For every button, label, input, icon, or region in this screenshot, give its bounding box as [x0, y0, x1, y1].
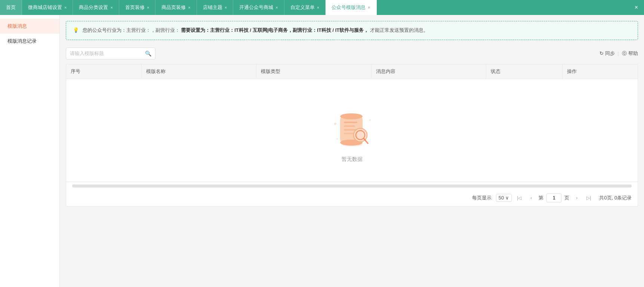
tab-label-open-mall: 开通公众号商城	[239, 4, 273, 11]
tab-label-product-decoration: 商品页装修	[161, 4, 186, 11]
empty-text: 暂无数据	[342, 156, 363, 163]
bulb-icon: 💡	[73, 27, 79, 33]
tab-close-shop-settings[interactable]: ×	[64, 5, 67, 10]
tab-label-category-settings: 商品分类设置	[79, 4, 108, 11]
help-label: 帮助	[628, 50, 638, 57]
toolbar-right: ↻ 同步 | ⓪ 帮助	[600, 50, 638, 57]
search-input[interactable]	[70, 51, 145, 56]
per-page-value: 50	[499, 195, 504, 201]
empty-state: 暂无数据	[71, 83, 633, 178]
tab-label-custom-menu: 自定义菜单	[290, 4, 315, 11]
svg-point-12	[369, 119, 371, 121]
svg-point-11	[334, 123, 336, 125]
total-text: 共0页, 0条记录	[599, 195, 632, 201]
tab-close-home-decoration[interactable]: ×	[147, 5, 149, 10]
table-header: 序号模版名称模版类型消息内容状态操作	[66, 64, 638, 79]
pagination-bar: 每页显示 50 ∨ |◁ ‹ 第 页 › ▷| 共0页, 0条记录	[66, 190, 638, 206]
tab-close-template-msg[interactable]: ×	[368, 5, 370, 10]
col-header-status: 状态	[486, 64, 563, 79]
tab-label-home-decoration: 首页装修	[125, 4, 145, 11]
main-layout: 模版消息模版消息记录 💡 您的公众号行业为：主营行业：，副营行业： 需要设置为：…	[0, 15, 644, 287]
horizontal-scrollbar[interactable]	[72, 184, 632, 187]
col-header-action: 操作	[562, 64, 638, 79]
col-header-content: 消息内容	[371, 64, 486, 79]
prev-page-button[interactable]: ‹	[527, 193, 536, 202]
svg-rect-7	[344, 133, 354, 134]
tab-shop-theme[interactable]: 店铺主题×	[197, 0, 233, 15]
sidebar-item-template-msg-log[interactable]: 模版消息记录	[0, 34, 59, 49]
svg-rect-5	[344, 125, 355, 127]
svg-rect-4	[344, 122, 357, 123]
data-table: 序号模版名称模版类型消息内容状态操作	[66, 64, 638, 182]
sidebar: 模版消息模版消息记录	[0, 15, 60, 287]
col-header-name: 模版名称	[142, 64, 256, 79]
search-bar: 🔍 ↻ 同步 | ⓪ 帮助	[66, 48, 638, 59]
chevron-down-icon: ∨	[505, 195, 509, 201]
tab-category-settings[interactable]: 商品分类设置×	[73, 0, 119, 15]
tab-template-msg[interactable]: 公众号模版消息×	[326, 0, 376, 15]
tab-home[interactable]: 首页	[0, 0, 22, 15]
tab-custom-menu[interactable]: 自定义菜单×	[284, 0, 326, 15]
tab-shop-settings[interactable]: 微商城店铺设置×	[22, 0, 73, 15]
svg-point-13	[336, 138, 338, 140]
tab-label-home: 首页	[6, 4, 16, 11]
main-content: 💡 您的公众号行业为：主营行业：，副营行业： 需要设置为：主营行业：IT科技 /…	[60, 15, 644, 287]
notice-highlight: 需要设置为：主营行业：IT科技 / 互联网|电子商务，副营行业：IT科技 / I…	[181, 27, 369, 33]
toolbar-divider: |	[618, 51, 619, 56]
tab-close-open-mall[interactable]: ×	[275, 5, 278, 10]
search-icon[interactable]: 🔍	[145, 51, 151, 57]
svg-rect-6	[344, 129, 357, 131]
sidebar-item-template-msg[interactable]: 模版消息	[0, 19, 59, 34]
scrollbar-area[interactable]	[66, 182, 638, 190]
per-page-select[interactable]: 50 ∨	[496, 194, 512, 202]
tab-home-decoration[interactable]: 首页装修×	[119, 0, 155, 15]
tab-close-category-settings[interactable]: ×	[110, 5, 113, 10]
tab-label-shop-theme: 店铺主题	[203, 4, 222, 11]
first-page-button[interactable]: |◁	[515, 193, 524, 202]
sync-button[interactable]: ↻ 同步	[600, 50, 615, 57]
tab-label-template-msg: 公众号模版消息	[332, 4, 366, 11]
tab-close-custom-menu[interactable]: ×	[317, 5, 319, 10]
tab-label-shop-settings: 微商城店铺设置	[28, 4, 62, 11]
sync-icon: ↻	[600, 51, 604, 56]
last-page-button[interactable]: ▷|	[584, 193, 593, 202]
next-page-button[interactable]: ›	[572, 193, 581, 202]
page-suffix: 页	[564, 195, 569, 201]
help-button[interactable]: ⓪ 帮助	[622, 50, 638, 57]
notice-text2: 才能正常发送预置的消息。	[370, 27, 428, 33]
tab-close-product-decoration[interactable]: ×	[188, 5, 190, 10]
per-page-label: 每页显示	[472, 195, 492, 201]
col-header-type: 模版类型	[256, 64, 371, 79]
col-header-seq: 序号	[66, 64, 142, 79]
empty-illustration	[330, 105, 375, 150]
tab-open-mall[interactable]: 开通公众号商城×	[233, 0, 284, 15]
notice-text1: 您的公众号行业为：主营行业：，副营行业：	[83, 27, 180, 33]
table-body: 暂无数据	[66, 79, 638, 181]
page-number-input[interactable]	[546, 193, 561, 202]
svg-point-2	[340, 113, 363, 119]
page-prefix: 第	[539, 195, 543, 201]
global-close-button[interactable]: ×	[629, 4, 644, 11]
search-input-wrap[interactable]: 🔍	[66, 48, 155, 59]
sync-label: 同步	[605, 50, 615, 57]
notice-box: 💡 您的公众号行业为：主营行业：，副营行业： 需要设置为：主营行业：IT科技 /…	[66, 21, 638, 40]
help-icon: ⓪	[622, 50, 627, 57]
tab-close-shop-theme[interactable]: ×	[225, 5, 227, 10]
table-container: 序号模版名称模版类型消息内容状态操作	[66, 64, 638, 207]
top-nav: 首页微商城店铺设置×商品分类设置×首页装修×商品页装修×店铺主题×开通公众号商城…	[0, 0, 644, 15]
tab-product-decoration[interactable]: 商品页装修×	[155, 0, 197, 15]
